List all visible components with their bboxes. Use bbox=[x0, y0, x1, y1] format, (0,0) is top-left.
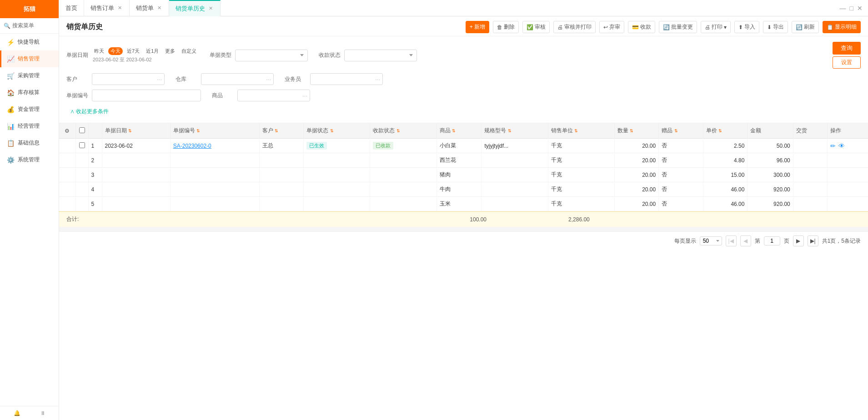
sidebar-item-operations[interactable]: 📊 经营管理 bbox=[0, 118, 59, 135]
print-button[interactable]: 🖨 打印 ▾ bbox=[701, 21, 731, 33]
col-goods[interactable]: 商品 ⇅ bbox=[437, 123, 482, 139]
col-unit-price[interactable]: 单价 ⇅ bbox=[703, 123, 748, 139]
page-number-input[interactable] bbox=[764, 236, 780, 245]
last-page-btn[interactable]: ▶| bbox=[808, 235, 818, 246]
refresh-label: 刷新 bbox=[804, 23, 815, 31]
sidebar-item-basic-info[interactable]: 📋 基础信息 bbox=[0, 135, 59, 151]
row-checkbox-0[interactable] bbox=[79, 142, 85, 148]
tab-sales-order[interactable]: 销售订单 ✕ bbox=[84, 0, 130, 16]
payment-status-select[interactable] bbox=[344, 50, 417, 61]
collect-label: 收款 bbox=[640, 23, 651, 31]
tab-home[interactable]: 首页 bbox=[59, 0, 84, 16]
row-doc-date-2 bbox=[102, 168, 170, 182]
col-payment-status[interactable]: 收款状态 ⇅ bbox=[370, 123, 437, 139]
sidebar-item-sales-mgmt[interactable]: 📈 销售管理 bbox=[0, 50, 59, 67]
page-size-select[interactable]: 50 100 200 bbox=[700, 236, 722, 245]
sidebar-item-purchase-mgmt[interactable]: 🛒 采购管理 bbox=[0, 67, 59, 84]
col-gift[interactable]: 赠品 ⇅ bbox=[659, 123, 703, 139]
row-action-4 bbox=[827, 197, 868, 211]
sidebar-bottom-icon2[interactable]: ⏸ bbox=[40, 410, 45, 416]
goods-input[interactable] bbox=[237, 90, 310, 101]
tab-sales-delivery-close[interactable]: ✕ bbox=[156, 5, 162, 11]
col-sales-unit[interactable]: 销售单位 ⇅ bbox=[548, 123, 614, 139]
customer-input[interactable] bbox=[92, 73, 165, 85]
warehouse-input-suffix[interactable]: ··· bbox=[266, 76, 271, 83]
col-customer[interactable]: 客户 ⇅ bbox=[259, 123, 304, 139]
row-goods-1: 西兰花 bbox=[437, 153, 482, 168]
sidebar-bottom-icon1[interactable]: 🔔 bbox=[14, 410, 20, 416]
maximize-icon[interactable]: □ bbox=[850, 5, 853, 12]
discard-button[interactable]: ↩ 弃审 bbox=[599, 21, 624, 33]
date-tab-more[interactable]: 更多 bbox=[163, 47, 177, 55]
delete-button[interactable]: 🗑 删除 bbox=[493, 21, 519, 33]
batch-change-button[interactable]: 🔄 批量变更 bbox=[659, 21, 697, 33]
col-quantity[interactable]: 数量 ⇅ bbox=[614, 123, 659, 139]
collapse-btn[interactable]: ∧ 收起更多条件 bbox=[66, 106, 861, 117]
date-tab-today[interactable]: 今天 bbox=[108, 47, 123, 55]
new-button[interactable]: + 新增 bbox=[466, 21, 489, 33]
sidebar-item-system[interactable]: ⚙️ 系统管理 bbox=[0, 151, 59, 168]
select-all-checkbox[interactable] bbox=[79, 127, 85, 133]
doc-type-label: 单据类型 bbox=[210, 51, 232, 59]
date-tab-1month[interactable]: 近1月 bbox=[144, 47, 161, 55]
row-transaction-2 bbox=[793, 168, 827, 182]
row-payment-status-3 bbox=[370, 182, 437, 197]
row-unit-price-2: 15.00 bbox=[703, 168, 748, 182]
col-doc-status[interactable]: 单据状态 ⇅ bbox=[304, 123, 370, 139]
row-checkbox-cell-1 bbox=[75, 153, 88, 168]
row-settings-2 bbox=[59, 168, 75, 182]
row-unit-price-4: 46.00 bbox=[703, 197, 748, 211]
next-page-btn[interactable]: ▶ bbox=[793, 235, 804, 246]
row-unit-price-0: 2.50 bbox=[703, 139, 748, 153]
row-doc-status-2 bbox=[304, 168, 370, 182]
date-tab-yesterday[interactable]: 昨天 bbox=[92, 47, 106, 55]
doc-no-input[interactable] bbox=[92, 90, 201, 101]
horizontal-scrollbar[interactable] bbox=[59, 227, 868, 231]
collect-button[interactable]: 💳 收款 bbox=[628, 21, 655, 33]
doc-type-select[interactable] bbox=[235, 50, 308, 61]
sidebar-item-quick-nav[interactable]: ⚡ 快捷导航 bbox=[0, 34, 59, 50]
show-detail-button[interactable]: 📋 显示明细 bbox=[823, 21, 861, 33]
col-settings[interactable]: ⚙ bbox=[59, 123, 75, 139]
col-payment-status-sort: ⇅ bbox=[396, 129, 400, 133]
export-button[interactable]: ⬇ 导出 bbox=[763, 21, 788, 33]
tab-sales-history[interactable]: 销货单历史 ✕ bbox=[169, 0, 221, 16]
salesperson-input-suffix[interactable]: ··· bbox=[375, 76, 380, 83]
set-button[interactable]: 设置 bbox=[833, 56, 861, 69]
import-button[interactable]: ⬆ 导入 bbox=[734, 21, 759, 33]
date-tab-custom[interactable]: 自定义 bbox=[179, 47, 199, 55]
col-spec-type[interactable]: 规格型号 ⇅ bbox=[482, 123, 548, 139]
date-tab-7days[interactable]: 近7天 bbox=[125, 47, 142, 55]
row-amount-1: 96.00 bbox=[748, 153, 793, 168]
view-icon-0[interactable]: 👁 bbox=[838, 142, 845, 150]
row-goods-3: 牛肉 bbox=[437, 182, 482, 197]
customer-input-suffix[interactable]: ··· bbox=[157, 76, 162, 83]
refresh-button[interactable]: 🔃 刷新 bbox=[792, 21, 819, 33]
tab-sales-delivery[interactable]: 销货单 ✕ bbox=[130, 0, 169, 16]
import-icon: ⬆ bbox=[738, 24, 743, 30]
col-doc-date[interactable]: 单据日期 ⇅ bbox=[102, 123, 170, 139]
prev-page-btn[interactable]: ◀ bbox=[740, 235, 751, 246]
sidebar-label-purchase: 采购管理 bbox=[18, 72, 40, 80]
salesperson-input[interactable] bbox=[310, 73, 383, 85]
warehouse-input[interactable] bbox=[201, 73, 274, 85]
col-doc-no[interactable]: 单据编号 ⇅ bbox=[170, 123, 259, 139]
tab-sales-history-close[interactable]: ✕ bbox=[208, 5, 214, 12]
sidebar-item-finance[interactable]: 💰 资金管理 bbox=[0, 101, 59, 118]
col-unit-price-label: 单价 bbox=[706, 127, 717, 134]
sidebar-item-inventory[interactable]: 🏠 库存核算 bbox=[0, 84, 59, 101]
tab-sales-order-close[interactable]: ✕ bbox=[117, 5, 123, 11]
first-page-btn[interactable]: |◀ bbox=[726, 235, 737, 246]
minimize-icon[interactable]: — bbox=[840, 5, 846, 12]
edit-icon-0[interactable]: ✏ bbox=[830, 142, 836, 150]
query-button[interactable]: 查询 bbox=[833, 42, 861, 55]
goods-input-suffix[interactable]: ··· bbox=[302, 92, 307, 99]
warehouse-label: 仓库 bbox=[176, 75, 198, 83]
toolbar: + 新增 🗑 删除 ✅ 审核 🖨 审核并打印 ↩ bbox=[466, 21, 861, 33]
audit-print-button[interactable]: 🖨 审核并打印 bbox=[553, 21, 596, 33]
audit-button[interactable]: ✅ 审核 bbox=[522, 21, 550, 33]
sidebar-search-btn[interactable]: 🔍 搜索菜单 bbox=[0, 18, 59, 34]
row-doc-date-0: 2023-06-02 bbox=[102, 139, 170, 153]
window-close-icon[interactable]: ✕ bbox=[857, 5, 863, 12]
doc-no-link-0[interactable]: SA-20230602-0 bbox=[173, 143, 211, 149]
